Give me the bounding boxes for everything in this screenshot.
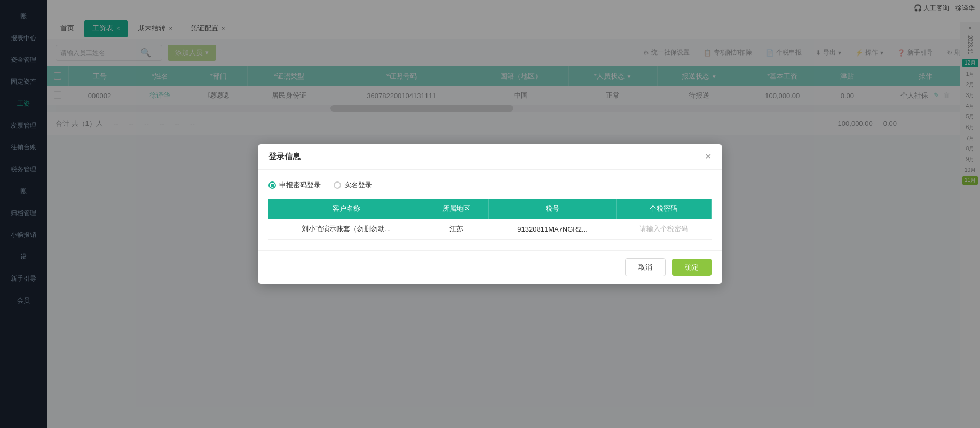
login-info-modal: 登录信息 ✕ 申报密码登录 实名登录 客户名称 所属地区 — [258, 144, 722, 284]
modal-col-region: 所属地区 — [424, 199, 489, 219]
modal-col-tax-id: 税号 — [489, 199, 617, 219]
modal-header: 登录信息 ✕ — [258, 144, 722, 170]
modal-overlay: 登录信息 ✕ 申报密码登录 实名登录 客户名称 所属地区 — [0, 0, 980, 428]
modal-region: 江苏 — [424, 219, 489, 240]
modal-col-client-name: 客户名称 — [268, 199, 424, 219]
modal-table-row: 刘小艳演示账套（勿删勿动... 江苏 91320811MA7NGR2... 请输… — [268, 219, 712, 240]
modal-body: 申报密码登录 实名登录 客户名称 所属地区 税号 个税密码 — [258, 170, 722, 250]
login-type-row: 申报密码登录 实名登录 — [268, 180, 712, 190]
modal-footer: 取消 确定 — [258, 250, 722, 284]
confirm-button[interactable]: 确定 — [672, 259, 712, 276]
modal-table: 客户名称 所属地区 税号 个税密码 刘小艳演示账套（勿删勿动... 江苏 913… — [268, 199, 712, 240]
modal-close-button[interactable]: ✕ — [705, 153, 712, 161]
modal-col-tax-pwd: 个税密码 — [616, 199, 711, 219]
modal-client-name: 刘小艳演示账套（勿删勿动... — [268, 219, 424, 240]
radio-report-password[interactable]: 申报密码登录 — [268, 180, 321, 190]
modal-tax-id: 91320811MA7NGR2... — [489, 219, 617, 240]
cancel-button[interactable]: 取消 — [625, 258, 666, 276]
radio-report-password-circle[interactable] — [268, 181, 276, 189]
radio-realname[interactable]: 实名登录 — [334, 180, 372, 190]
radio-realname-circle[interactable] — [334, 181, 341, 189]
modal-tax-pwd-input[interactable]: 请输入个税密码 — [616, 219, 711, 240]
modal-title: 登录信息 — [268, 152, 301, 162]
